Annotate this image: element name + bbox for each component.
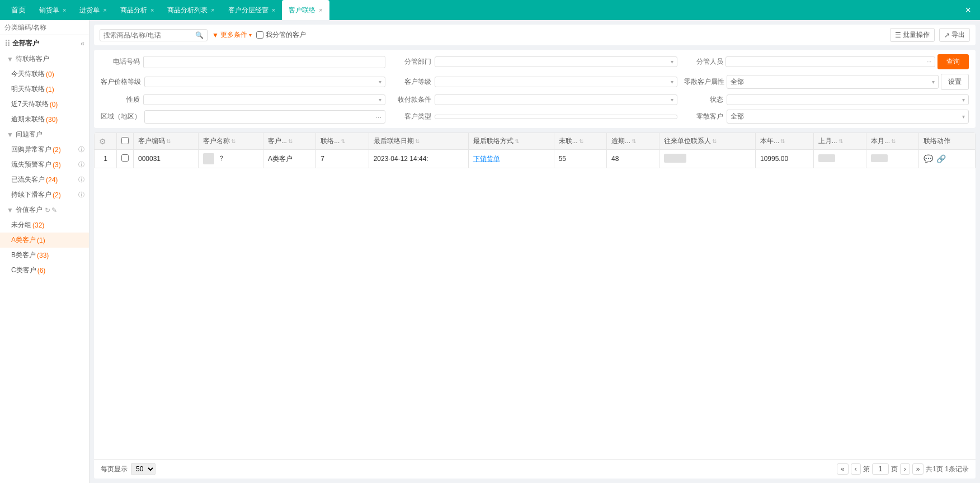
more-conditions-button[interactable]: ▼ 更多条件 ▾ [212, 30, 252, 40]
col-header-this-month[interactable]: 本月... ⇅ [866, 133, 919, 150]
row-overdue: 48 [607, 150, 659, 168]
col-header-last-method[interactable]: 最后联络方式 ⇅ [468, 133, 554, 150]
staff-label: 分管人员 [684, 57, 723, 67]
sidebar-item-b-class[interactable]: B类客户 (33) [0, 248, 89, 263]
dept-label: 分管部门 [392, 57, 431, 67]
close-customer-contact-tab[interactable]: × [319, 7, 322, 13]
sort-not-contacted-icon: ⇅ [579, 138, 583, 144]
close-all-button[interactable]: × [960, 4, 976, 16]
close-product-list-tab[interactable]: × [211, 7, 214, 13]
refresh-icon[interactable]: ↻ [45, 206, 50, 214]
phone-input[interactable] [143, 56, 385, 68]
last-page-button[interactable]: » [912, 463, 924, 475]
page-size-select[interactable]: 50 [131, 463, 156, 475]
first-page-button[interactable]: « [837, 463, 849, 475]
retail-attr-label: 零散客户属性 [684, 77, 724, 87]
next-page-button[interactable]: › [900, 463, 910, 475]
nav-customer-segment[interactable]: 客户分层经营 × [222, 0, 282, 20]
customer-type-select[interactable] [435, 115, 677, 119]
filter-icon: ▼ [212, 31, 219, 39]
sidebar-item-7days[interactable]: 近7天待联络 (0) [0, 97, 89, 112]
close-sales-tab[interactable]: × [63, 7, 66, 13]
sidebar-item-churn-warning[interactable]: 流失预警客户 (3) ⓘ [0, 157, 89, 172]
staff-select[interactable]: ··· [725, 56, 935, 67]
sidebar-item-overdue[interactable]: 逾期未联络 (30) [0, 112, 89, 127]
customer-grade-select[interactable]: ▾ [435, 77, 677, 87]
region-select[interactable]: ··· [144, 110, 385, 124]
sidebar-group-problem[interactable]: ▼ 问题客户 [0, 127, 89, 142]
nature-select[interactable]: ▾ [143, 94, 385, 105]
retail-attr-select[interactable]: 全部 ▾ [727, 75, 939, 89]
sidebar-group-value[interactable]: ▼ 价值客户 ↻ ✎ [0, 202, 89, 217]
col-header-code[interactable]: 客户编码 ⇅ [134, 133, 199, 150]
col-header-last-date[interactable]: 最后联络日期 ⇅ [369, 133, 468, 150]
nav-product-analysis[interactable]: 商品分析 × [114, 0, 161, 20]
sidebar-item-ungrouped[interactable]: 未分组 (32) [0, 217, 89, 233]
col-header-not-contacted[interactable]: 未联... ⇅ [554, 133, 606, 150]
nav-purchase[interactable]: 进货单 × [73, 0, 113, 20]
sort-overdue-icon: ⇅ [632, 138, 636, 144]
sidebar-item-c-class[interactable]: C类客户 (6) [0, 263, 89, 278]
sidebar-item-tomorrow[interactable]: 明天待联络 (1) [0, 82, 89, 97]
my-customers-checkbox[interactable]: 我分管的客户 [256, 30, 306, 40]
sidebar-group-pending[interactable]: ▼ 待联络客户 [0, 51, 89, 67]
settings-button[interactable]: 设置 [941, 74, 969, 90]
filter-row-price-grade: 客户价格等级 ▾ [101, 74, 385, 90]
search-icon[interactable]: 🔍 [195, 31, 204, 39]
nav-sales[interactable]: 销货单 × [32, 0, 73, 20]
query-button[interactable]: 查询 [937, 54, 969, 69]
region-dots-icon[interactable]: ··· [375, 112, 382, 121]
col-header-gear[interactable]: ⚙ [95, 133, 117, 150]
select-all-checkbox[interactable] [121, 137, 129, 144]
prev-page-button[interactable]: ‹ [851, 463, 861, 475]
nav-home[interactable]: 首页 [4, 0, 32, 20]
col-header-last-month[interactable]: 上月... ⇅ [813, 133, 866, 150]
retail-customer-select[interactable]: 全部 ▾ [727, 110, 969, 124]
row-checkbox[interactable] [121, 154, 129, 162]
sidebar-search-input[interactable] [4, 23, 88, 31]
status-select[interactable]: ▾ [727, 94, 969, 105]
price-grade-select[interactable]: ▾ [144, 77, 385, 87]
nav-product-list[interactable]: 商品分析列表 × [161, 0, 221, 20]
close-purchase-tab[interactable]: × [103, 7, 106, 13]
my-customers-check[interactable] [256, 31, 263, 39]
col-header-level[interactable]: 客户... ⇅ [263, 133, 315, 150]
col-header-unit-contact[interactable]: 往来单位联系人 ⇅ [659, 133, 756, 150]
close-product-analysis-tab[interactable]: × [150, 7, 154, 13]
sidebar-item-repurchase[interactable]: 回购异常客户 (2) ⓘ [0, 142, 89, 157]
sidebar-search-bar: 🔍 [0, 20, 89, 35]
message-icon[interactable]: 💬 [924, 154, 933, 163]
close-customer-segment-tab[interactable]: × [272, 7, 275, 13]
sort-method-icon: ⇅ [515, 138, 519, 144]
sidebar-item-declining[interactable]: 持续下滑客户 (2) ⓘ [0, 187, 89, 202]
filter-row-retail-customer: 零散客户 全部 ▾ [684, 110, 969, 124]
col-header-overdue[interactable]: 逾期... ⇅ [607, 133, 659, 150]
customer-grade-chevron-icon: ▾ [671, 79, 673, 85]
edit-group-icon[interactable]: ✎ [51, 206, 57, 214]
col-header-contact[interactable]: 联络... ⇅ [316, 133, 369, 150]
batch-operation-button[interactable]: ☰ 批量操作 [890, 28, 935, 42]
sidebar-item-today[interactable]: 今天待联络 (0) [0, 67, 89, 82]
col-header-checkbox[interactable] [117, 133, 134, 150]
nav-customer-contact[interactable]: 客户联络 × [282, 0, 329, 20]
page-number-input[interactable] [872, 463, 889, 475]
link-icon[interactable]: 🔗 [936, 154, 946, 163]
row-last-method[interactable]: 下销货单 [468, 150, 554, 168]
sidebar-item-a-class[interactable]: A类客户 (1) [0, 233, 89, 248]
row-last-date: 2023-04-12 14:44: [369, 150, 468, 168]
col-header-name[interactable]: 客户名称 ⇅ [198, 133, 263, 150]
dept-select[interactable]: ▾ [435, 56, 677, 67]
sidebar-item-churned[interactable]: 已流失客户 (24) ⓘ [0, 172, 89, 187]
payment-select[interactable]: ▾ [435, 94, 677, 105]
search-input[interactable] [103, 31, 193, 39]
arrow-icon: ▼ [7, 55, 13, 63]
table-scroll[interactable]: ⚙ 客户编码 ⇅ [94, 132, 976, 459]
gear-icon[interactable]: ⚙ [99, 137, 106, 146]
collapse-sidebar-icon[interactable]: « [81, 40, 84, 48]
dept-chevron-icon: ▾ [671, 59, 673, 65]
sidebar: 🔍 ⠿ 全部客户 « ▼ 待联络客户 今天待联络 (0) 明天待联络 (1) 近… [0, 20, 89, 483]
dots-icon: ⠿ [4, 39, 10, 48]
export-button[interactable]: ↗ 导出 [939, 28, 970, 42]
all-customers-header[interactable]: ⠿ 全部客户 « [0, 35, 89, 51]
col-header-this-year[interactable]: 本年... ⇅ [756, 133, 814, 150]
